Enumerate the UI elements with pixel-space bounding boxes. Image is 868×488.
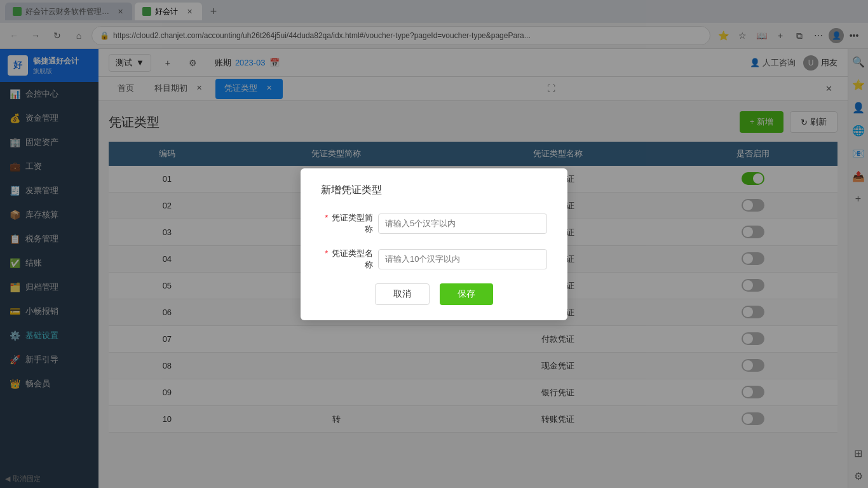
short-input[interactable] [378, 214, 547, 234]
name-label: * 凭证类型名称 [321, 248, 378, 271]
form-row-short: * 凭证类型简称 [321, 212, 547, 235]
modal-dialog: 新增凭证类型 * 凭证类型简称 * 凭证类型名称 取消 保存 [301, 168, 567, 320]
name-input[interactable] [378, 249, 547, 269]
save-button[interactable]: 保存 [440, 283, 493, 305]
modal-overlay: 新增凭证类型 * 凭证类型简称 * 凭证类型名称 取消 保存 [0, 0, 868, 488]
form-row-name: * 凭证类型名称 [321, 248, 547, 271]
short-label: * 凭证类型简称 [321, 212, 378, 235]
cancel-button[interactable]: 取消 [375, 283, 430, 305]
name-required-mark: * [325, 248, 328, 258]
name-label-text: 凭证类型名称 [332, 248, 373, 269]
short-label-text: 凭证类型简称 [332, 213, 373, 234]
short-required-mark: * [325, 213, 328, 222]
modal-title: 新增凭证类型 [321, 184, 547, 197]
modal-footer: 取消 保存 [321, 283, 547, 305]
